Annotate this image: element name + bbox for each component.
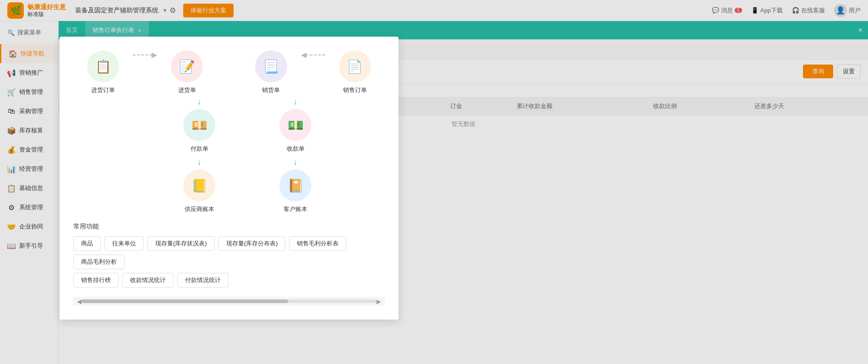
arrow-right-1: ▶ [133, 50, 157, 59]
arrow-left-1: ◀ [301, 50, 325, 59]
sales-label: 销货单 [262, 86, 280, 94]
common-functions: 常用功能 商品 往来单位 现存量(库存状况表) 现存量(库存分布表) 销售毛利分… [73, 223, 385, 291]
func-btn-stock-dist[interactable]: 现存量(库存分布表) [218, 236, 286, 251]
scroll-right-icon[interactable]: ▶ [377, 298, 381, 305]
customer-book-label: 客户账本 [284, 205, 307, 213]
payment-label: 付款单 [191, 145, 208, 153]
func-btn-sales-profit[interactable]: 销售毛利分析表 [289, 236, 346, 251]
func-buttons-row1: 商品 往来单位 现存量(库存状况表) 现存量(库存分布表) 销售毛利分析表 商品… [73, 236, 385, 269]
receipt-icon: 💵 [288, 118, 304, 133]
flow-node-sales-order[interactable]: 📄 销售订单 [325, 50, 385, 94]
flow-node-purchase[interactable]: 📝 进货单 [157, 50, 217, 94]
purchase-label: 进货单 [178, 86, 196, 94]
supplier-book-label: 供应商账本 [185, 205, 214, 213]
payment-circle[interactable]: 💴 [183, 109, 215, 141]
purchase-order-label: 进货订单 [91, 86, 115, 94]
func-btn-receipt-stats[interactable]: 收款情况统计 [122, 273, 174, 288]
scroll-bar-area: ◀ ▶ [73, 297, 385, 306]
popup-content: 📋 进货订单 ▶ 📝 进货单 📃 [73, 50, 385, 306]
func-btn-payment-stats[interactable]: 付款情况统计 [177, 273, 229, 288]
down-arrow-receipt: ↓ 📔 客户账本 [266, 155, 325, 213]
func-btn-sales-ranking[interactable]: 销售排行榜 [73, 273, 119, 288]
customer-book-icon: 📔 [288, 178, 304, 193]
scroll-left-icon[interactable]: ◀ [77, 298, 82, 305]
purchase-order-icon: 📋 [95, 59, 111, 74]
receipt-circle[interactable]: 💵 [279, 109, 311, 141]
scroll-thumb [82, 299, 288, 303]
purchase-circle: 📝 [171, 50, 203, 82]
sales-order-icon: 📄 [347, 59, 363, 74]
purchase-icon: 📝 [179, 59, 195, 74]
supplier-book-circle[interactable]: 📒 [183, 169, 215, 201]
supplier-book-icon: 📒 [191, 178, 207, 193]
down-arrow-payment: ↓ 📒 供应商账本 [169, 155, 229, 213]
func-buttons-row2: 销售排行榜 收款情况统计 付款情况统计 [73, 273, 385, 288]
popup: 📋 进货订单 ▶ 📝 进货单 📃 [60, 37, 399, 320]
receipt-label: 收款单 [287, 145, 305, 153]
down-arrow-sales: ↓ 💵 收款单 [266, 94, 325, 153]
func-btn-stock-status[interactable]: 现存量(库存状况表) [147, 236, 215, 251]
purchase-order-circle: 📋 [87, 50, 119, 82]
flow-node-purchase-order[interactable]: 📋 进货订单 [73, 50, 133, 94]
flow-node-sales[interactable]: 📃 销货单 [241, 50, 301, 94]
func-btn-product[interactable]: 商品 [73, 236, 101, 251]
common-functions-title: 常用功能 [73, 223, 385, 231]
scroll-track[interactable] [82, 299, 377, 303]
sales-icon: 📃 [263, 59, 279, 74]
payment-icon: 💴 [191, 118, 207, 133]
sales-order-label: 销售订单 [343, 86, 367, 94]
sales-circle: 📃 [255, 50, 287, 82]
sales-order-circle: 📄 [339, 50, 371, 82]
customer-book-circle[interactable]: 📔 [279, 169, 311, 201]
func-btn-partner[interactable]: 往来单位 [104, 236, 144, 251]
down-arrow-purchase: ↓ 💴 付款单 [169, 94, 229, 153]
func-btn-product-profit[interactable]: 商品毛利分析 [73, 255, 125, 269]
